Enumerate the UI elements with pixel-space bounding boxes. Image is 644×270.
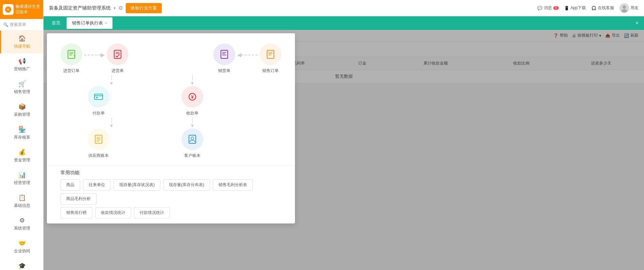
cart-icon: 🛒 bbox=[18, 80, 26, 88]
box-icon: 📦 bbox=[18, 103, 26, 110]
flow-sales-bill[interactable]: 销货单 bbox=[213, 43, 235, 74]
main-content: 装备及固定资产辅助管理系统 ▾ ⚙ 体验行业方案 💬 消息 5 📱 App下载 … bbox=[43, 0, 644, 270]
func-current-stock-dist[interactable]: 现存量(库存分布表) bbox=[163, 179, 210, 191]
clipboard-icon: 📋 bbox=[18, 194, 26, 201]
functions-section: 常用功能 商品 往来单位 现存量(库存状况表) 现存量(库存分布表) 销售毛利分… bbox=[47, 165, 295, 223]
tab-home[interactable]: 首页 bbox=[46, 17, 66, 29]
flow-payment[interactable]: 付款单 bbox=[88, 86, 109, 116]
svg-point-31 bbox=[191, 137, 194, 140]
system-title: 装备及固定资产辅助管理系统 bbox=[49, 5, 111, 11]
func-sales-profit-analysis[interactable]: 销售毛利分析表 bbox=[213, 179, 253, 191]
svg-rect-16 bbox=[267, 50, 274, 58]
svg-rect-30 bbox=[189, 135, 196, 143]
purchase-bill-icon bbox=[107, 43, 128, 65]
search-menu[interactable]: 🔍 搜索菜单 bbox=[0, 19, 43, 31]
message-button[interactable]: 💬 消息 5 bbox=[537, 5, 559, 11]
sidebar-item-purchase[interactable]: 📦 采购管理 bbox=[0, 99, 43, 122]
tab-close-icon[interactable]: × bbox=[105, 21, 107, 25]
store-icon: 🏪 bbox=[18, 126, 26, 133]
sidebar-item-operations[interactable]: 📊 经营管理 bbox=[0, 167, 43, 190]
handshake-icon: 🤝 bbox=[18, 239, 26, 247]
sidebar: 6 畅康通好生意 旧版本 🔍 搜索菜单 🏠 快捷导航 📢 营销推广 🛒 销售管理 bbox=[0, 0, 43, 270]
dropdown-arrow-icon[interactable]: ▾ bbox=[114, 6, 116, 11]
download-icon: 📱 bbox=[564, 6, 569, 11]
func-product[interactable]: 商品 bbox=[60, 179, 80, 191]
func-counterpart[interactable]: 往来单位 bbox=[83, 179, 111, 191]
topbar-left: 装备及固定资产辅助管理系统 ▾ ⚙ 体验行业方案 bbox=[49, 3, 162, 13]
search-icon: 🔍 bbox=[3, 22, 8, 27]
home-icon: 🏠 bbox=[18, 35, 26, 42]
sidebar-item-finance[interactable]: 💰 资金管理 bbox=[0, 144, 43, 167]
avatar bbox=[620, 3, 629, 13]
experience-button[interactable]: 体验行业方案 bbox=[126, 3, 162, 13]
customer-ledger-icon bbox=[181, 128, 203, 150]
svg-rect-22 bbox=[96, 97, 98, 98]
receipt-icon: ¥ bbox=[181, 86, 203, 108]
flow-section: 进货订单 ▶ bbox=[47, 33, 295, 165]
svg-rect-12 bbox=[221, 50, 228, 58]
func-current-stock-status[interactable]: 现存量(库存状况表) bbox=[114, 179, 160, 191]
func-payment-stats[interactable]: 付款情况统计 bbox=[134, 207, 170, 218]
svg-text:6: 6 bbox=[7, 7, 9, 12]
svg-point-3 bbox=[623, 5, 626, 9]
flow-sales-order[interactable]: 销售订单 bbox=[260, 43, 281, 74]
svg-rect-25 bbox=[95, 135, 102, 143]
flow-purchase-order[interactable]: 进货订单 bbox=[60, 43, 82, 74]
quick-nav-panel: 进货订单 ▶ bbox=[47, 33, 295, 223]
logo-text: 畅康通好生意 旧版本 bbox=[16, 4, 40, 15]
sidebar-item-marketing[interactable]: 📢 营销推广 bbox=[0, 53, 43, 76]
online-service-button[interactable]: 🎧 在线客服 bbox=[591, 5, 614, 11]
topbar-actions: 💬 消息 5 📱 App下载 🎧 在线客服 用友 bbox=[537, 3, 639, 13]
message-icon: 💬 bbox=[537, 6, 542, 11]
logo-icon: 6 bbox=[3, 4, 14, 15]
func-product-profit-analysis[interactable]: 商品毛利分析 bbox=[60, 193, 97, 204]
func-receipt-stats[interactable]: 收款情况统计 bbox=[95, 207, 131, 218]
sidebar-item-inventory[interactable]: 🏪 库存核算 bbox=[0, 122, 43, 144]
chart-icon: 📊 bbox=[18, 171, 26, 179]
flow-purchase-bill[interactable]: 进货单 bbox=[107, 43, 128, 74]
svg-rect-9 bbox=[114, 50, 121, 58]
flow-customer-ledger[interactable]: 客户账本 bbox=[181, 128, 203, 159]
graduation-icon: 🎓 bbox=[18, 262, 26, 270]
functions-grid-row2: 销售排行榜 收款情况统计 付款情况统计 bbox=[60, 207, 281, 218]
money-icon: 💰 bbox=[18, 148, 26, 156]
svg-text:¥: ¥ bbox=[191, 94, 194, 100]
flow-receipt[interactable]: ¥ 收款单 bbox=[181, 86, 203, 116]
gear-icon: ⚙ bbox=[19, 217, 25, 224]
tabs-bar: 首页 销售订单执行表 × × bbox=[43, 16, 644, 30]
svg-rect-20 bbox=[94, 94, 103, 100]
settings-icon[interactable]: ⚙ bbox=[118, 5, 123, 11]
app-download-button[interactable]: 📱 App下载 bbox=[564, 5, 586, 11]
tab-sales-order[interactable]: 销售订单执行表 × bbox=[67, 17, 112, 29]
payment-icon bbox=[88, 86, 109, 108]
functions-grid: 商品 往来单位 现存量(库存状况表) 现存量(库存分布表) 销售毛利分析表 商品… bbox=[60, 179, 281, 204]
megaphone-icon: 📢 bbox=[18, 57, 26, 65]
svg-rect-5 bbox=[68, 50, 75, 58]
quick-nav-overlay[interactable]: 进货订单 ▶ bbox=[43, 30, 644, 270]
message-badge: 5 bbox=[553, 6, 559, 10]
headset-icon: 🎧 bbox=[591, 6, 596, 11]
sidebar-item-basic-info[interactable]: 📋 基础信息 bbox=[0, 190, 43, 213]
purchase-order-icon bbox=[60, 43, 82, 65]
logo-area: 6 畅康通好生意 旧版本 bbox=[0, 0, 43, 19]
user-profile[interactable]: 用友 bbox=[620, 3, 639, 13]
sidebar-nav: 🏠 快捷导航 📢 营销推广 🛒 销售管理 📦 采购管理 🏪 库存核算 💰 bbox=[0, 31, 43, 270]
sidebar-item-sales[interactable]: 🛒 销售管理 bbox=[0, 76, 43, 99]
sales-bill-icon bbox=[213, 43, 235, 65]
sales-order-icon bbox=[260, 43, 281, 65]
sidebar-item-quick-nav[interactable]: 🏠 快捷导航 bbox=[0, 31, 43, 53]
func-sales-ranking[interactable]: 销售排行榜 bbox=[60, 207, 92, 218]
svg-point-4 bbox=[622, 9, 627, 13]
sidebar-item-enterprise[interactable]: 🤝 企业协同 bbox=[0, 235, 43, 258]
functions-title: 常用功能 bbox=[60, 166, 281, 179]
topbar: 装备及固定资产辅助管理系统 ▾ ⚙ 体验行业方案 💬 消息 5 📱 App下载 … bbox=[43, 0, 644, 16]
tabs-bar-close-icon[interactable]: × bbox=[633, 20, 641, 26]
sidebar-item-system[interactable]: ⚙ 系统管理 bbox=[0, 213, 43, 235]
flow-supplier-ledger[interactable]: 供应商账本 bbox=[88, 128, 109, 159]
supplier-ledger-icon bbox=[88, 128, 109, 150]
content-area: ❓ 帮助 🖨 按模板打印 ▾ 📤 导出 🔄 刷新 bbox=[43, 30, 644, 270]
sidebar-item-new-user[interactable]: 🎓 新手引导 bbox=[0, 258, 43, 270]
